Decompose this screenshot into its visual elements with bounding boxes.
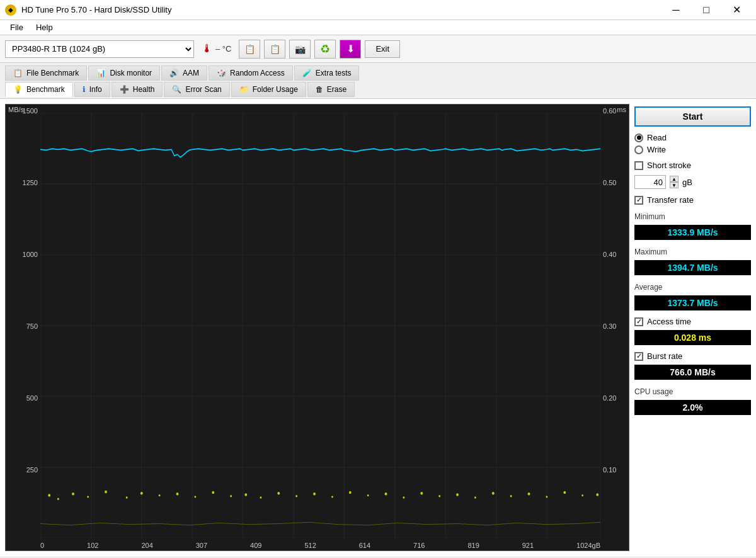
copy-btn-1[interactable]: 📋 xyxy=(239,40,260,59)
chart-y-axis-right: 0.60 0.50 0.40 0.30 0.20 0.10 xyxy=(600,105,629,538)
tab-row-1: 📋 File Benchmark 📊 Disk monitor 🔊 AAM 🎲 … xyxy=(5,65,751,81)
write-radio[interactable]: Write xyxy=(634,145,751,154)
chart-container: MB/s ms 1500 1250 1000 750 500 250 0.60 … xyxy=(5,104,629,551)
svg-point-19 xyxy=(48,494,50,496)
tab-file-benchmark[interactable]: 📋 File Benchmark xyxy=(5,65,87,81)
read-label: Read xyxy=(647,133,667,142)
tab-error-scan[interactable]: 🔍 Error Scan xyxy=(164,82,229,97)
svg-point-31 xyxy=(244,493,247,496)
window-controls: ─ □ ✕ xyxy=(662,0,751,20)
extra-tests-label: Extra tests xyxy=(316,69,352,77)
download-btn[interactable]: ⬇ xyxy=(340,40,361,59)
toolbar: PP3480-R 1TB (1024 gB) 🌡 – °C 📋 📋 📷 ♻ ⬇ … xyxy=(0,35,756,63)
tab-info[interactable]: ℹ Info xyxy=(74,82,110,97)
refresh-btn[interactable]: ♻ xyxy=(314,40,336,59)
exit-button[interactable]: Exit xyxy=(365,40,400,58)
minimize-button[interactable]: ─ xyxy=(662,0,690,20)
file-benchmark-label: File Benchmark xyxy=(26,69,79,77)
tab-random-access[interactable]: 🎲 Random Access xyxy=(209,65,293,81)
chart-x-axis: 0 102 204 307 409 512 614 716 819 921 10… xyxy=(40,542,600,549)
tab-erase[interactable]: 🗑 Erase xyxy=(307,82,355,97)
svg-point-29 xyxy=(212,491,214,494)
spin-arrows: ▲ ▼ xyxy=(670,176,679,188)
svg-point-32 xyxy=(260,496,262,498)
tab-health[interactable]: ➕ Health xyxy=(112,82,163,97)
svg-point-37 xyxy=(349,491,352,494)
file-benchmark-icon: 📋 xyxy=(13,69,23,77)
folder-usage-icon: 📁 xyxy=(239,85,249,94)
main-content: MB/s ms 1500 1250 1000 750 500 250 0.60 … xyxy=(0,99,756,556)
transfer-rate-box xyxy=(634,196,643,205)
svg-point-46 xyxy=(510,495,512,497)
app-icon: ◆ xyxy=(5,4,16,16)
short-stroke-box xyxy=(634,161,643,170)
svg-point-20 xyxy=(57,498,59,500)
spin-down[interactable]: ▼ xyxy=(670,182,679,188)
average-value: 1373.7 MB/s xyxy=(634,295,751,310)
svg-point-49 xyxy=(563,491,566,494)
svg-point-43 xyxy=(456,493,459,496)
info-label: Info xyxy=(89,85,102,94)
temp-value: – °C xyxy=(215,44,231,54)
tab-disk-monitor[interactable]: 📊 Disk monitor xyxy=(88,65,160,81)
access-time-value: 0.028 ms xyxy=(634,330,751,345)
thermometer-icon: 🌡 xyxy=(202,42,213,55)
svg-point-28 xyxy=(194,496,196,498)
screenshot-btn[interactable]: 📷 xyxy=(289,40,311,59)
tab-row-2: 💡 Benchmark ℹ Info ➕ Health 🔍 Error Scan… xyxy=(5,82,751,97)
short-stroke-checkbox[interactable]: Short stroke xyxy=(634,161,751,170)
menu-file[interactable]: File xyxy=(5,21,28,33)
folder-usage-label: Folder Usage xyxy=(253,85,298,94)
aam-label: AAM xyxy=(183,69,199,77)
svg-point-42 xyxy=(438,495,440,497)
spin-up[interactable]: ▲ xyxy=(670,176,679,182)
maximum-label: Maximum xyxy=(634,248,751,256)
svg-point-21 xyxy=(72,493,74,495)
window-title: HD Tune Pro 5.70 - Hard Disk/SSD Utility xyxy=(21,5,171,14)
cpu-usage-label: CPU usage xyxy=(634,387,751,396)
random-access-icon: 🎲 xyxy=(217,69,226,77)
svg-point-48 xyxy=(546,496,547,498)
disk-monitor-label: Disk monitor xyxy=(110,69,152,77)
tab-aam[interactable]: 🔊 AAM xyxy=(161,65,207,81)
error-scan-icon: 🔍 xyxy=(172,85,181,94)
cpu-usage-value: 2.0% xyxy=(634,400,751,415)
titlebar: ◆ HD Tune Pro 5.70 - Hard Disk/SSD Utili… xyxy=(0,0,756,20)
svg-point-25 xyxy=(140,492,143,494)
access-time-box xyxy=(634,317,643,326)
drive-selector[interactable]: PP3480-R 1TB (1024 gB) xyxy=(5,40,194,58)
burst-rate-value: 766.0 MB/s xyxy=(634,365,751,380)
health-icon: ➕ xyxy=(120,85,129,94)
menu-help[interactable]: Help xyxy=(31,21,58,33)
short-stroke-label: Short stroke xyxy=(647,161,691,170)
tab-extra-tests[interactable]: 🧪 Extra tests xyxy=(294,65,360,81)
start-button[interactable]: Start xyxy=(634,106,751,127)
svg-point-47 xyxy=(528,493,530,495)
copy-btn-2[interactable]: 📋 xyxy=(264,40,285,59)
benchmark-chart xyxy=(40,113,600,538)
access-time-checkbox[interactable]: Access time xyxy=(634,317,751,326)
read-radio[interactable]: Read xyxy=(634,133,751,142)
spinbox-row: ▲ ▼ gB xyxy=(634,175,751,189)
transfer-rate-checkbox[interactable]: Transfer rate xyxy=(634,195,751,205)
svg-point-38 xyxy=(367,494,369,496)
benchmark-icon: 💡 xyxy=(13,85,23,94)
svg-point-39 xyxy=(385,493,387,495)
tab-folder-usage[interactable]: 📁 Folder Usage xyxy=(231,82,306,97)
info-icon: ℹ xyxy=(83,85,86,94)
close-button[interactable]: ✕ xyxy=(722,0,751,20)
burst-rate-checkbox[interactable]: Burst rate xyxy=(634,351,751,361)
svg-point-50 xyxy=(581,494,583,496)
spinbox-input[interactable] xyxy=(634,175,666,189)
svg-point-34 xyxy=(295,495,297,497)
spinbox-unit: gB xyxy=(682,178,692,187)
tab-benchmark[interactable]: 💡 Benchmark xyxy=(5,82,73,97)
health-label: Health xyxy=(133,85,155,94)
svg-point-35 xyxy=(313,493,316,495)
svg-point-41 xyxy=(420,492,423,494)
minimum-label: Minimum xyxy=(634,212,751,221)
svg-point-23 xyxy=(105,491,107,493)
svg-point-22 xyxy=(87,496,89,498)
maximize-button[interactable]: □ xyxy=(692,0,721,20)
erase-icon: 🗑 xyxy=(316,85,323,94)
